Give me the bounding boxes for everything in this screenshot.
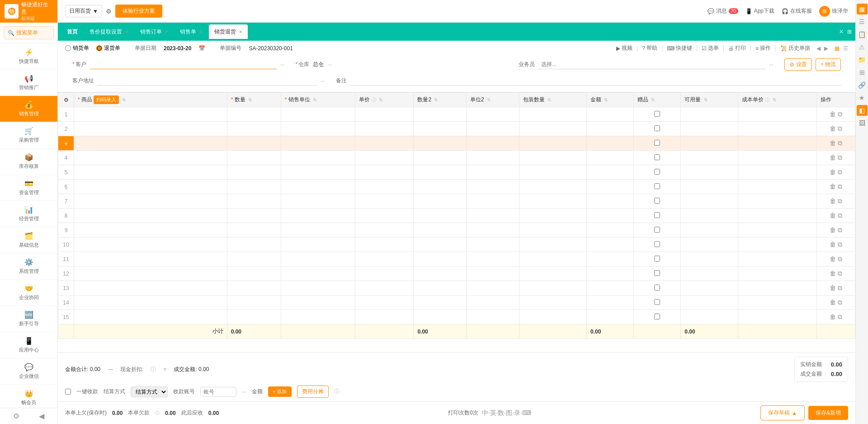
qty2-cell-2[interactable]: [414, 122, 467, 136]
salesperson-input[interactable]: [538, 60, 765, 69]
one-click-checkbox[interactable]: [65, 389, 71, 395]
delete-row-4[interactable]: 🗑: [830, 154, 836, 162]
help-action[interactable]: ? 帮助: [642, 44, 657, 52]
unit2-cell-1[interactable]: [467, 107, 519, 122]
qty2-cell-3[interactable]: [414, 136, 467, 151]
side-panel-icon-5[interactable]: 📁: [857, 54, 868, 65]
expand-tabs-icon[interactable]: ⊞: [847, 29, 852, 35]
radio-sales-bill[interactable]: 销货单: [65, 44, 89, 52]
close-all-tabs-icon[interactable]: ✕: [839, 29, 844, 35]
gift-cell-2[interactable]: [634, 122, 681, 136]
amount-cell-1[interactable]: [587, 107, 634, 122]
copy-row-3[interactable]: ⧉: [838, 139, 842, 147]
radio-sales-bill-input[interactable]: [65, 45, 71, 51]
user-profile[interactable]: 徐 徐泽华: [819, 6, 848, 17]
sort-amount-icon[interactable]: ⇅: [604, 97, 608, 102]
delete-row-5[interactable]: 🗑: [830, 168, 836, 176]
sort-qty2-icon[interactable]: ⇅: [434, 97, 438, 102]
gift-cell-3[interactable]: [634, 136, 681, 151]
delete-row-15[interactable]: 🗑: [830, 313, 836, 321]
operation-action[interactable]: ≡ 操作: [755, 44, 771, 52]
next-icon[interactable]: ▶: [824, 45, 828, 52]
product-cell-3[interactable]: [74, 136, 227, 151]
tab-home[interactable]: 首页: [61, 24, 83, 39]
customer-service-item[interactable]: 🎧 在线客服: [782, 7, 812, 15]
close-tab-sales-bill[interactable]: ✕: [199, 29, 203, 34]
col-settings[interactable]: ⚙: [58, 93, 74, 107]
copy-row-11[interactable]: ⧉: [838, 255, 842, 263]
copy-row-8[interactable]: ⧉: [838, 212, 842, 219]
side-panel-icon-2[interactable]: ☰: [857, 16, 868, 27]
print-action[interactable]: 🖨 打印: [728, 44, 746, 52]
delete-row-11[interactable]: 🗑: [830, 255, 836, 263]
warehouse-dots[interactable]: ···: [327, 62, 332, 68]
copy-row-4[interactable]: ⧉: [838, 154, 842, 162]
summary-method-select[interactable]: 结算方式: [131, 386, 168, 397]
delete-row-2[interactable]: 🗑: [830, 125, 836, 133]
address-dots[interactable]: ···: [321, 78, 325, 84]
account-input[interactable]: [200, 387, 236, 397]
delete-row-9[interactable]: 🗑: [830, 226, 836, 234]
copy-row-2[interactable]: ⧉: [838, 125, 842, 133]
sort-gift-icon[interactable]: ⇅: [651, 97, 655, 102]
price-cell-1[interactable]: [355, 107, 414, 122]
calendar-icon[interactable]: 📅: [198, 45, 205, 52]
barcode-button[interactable]: 扫码录入: [94, 95, 119, 104]
copy-row-10[interactable]: ⧉: [838, 241, 842, 248]
delete-row-7[interactable]: 🗑: [830, 197, 836, 205]
gift-checkbox-1[interactable]: [654, 111, 660, 117]
delete-row-12[interactable]: 🗑: [830, 270, 836, 277]
side-panel-icon-8[interactable]: ★: [857, 92, 868, 103]
history-action[interactable]: 📜 历史单据: [780, 44, 810, 52]
side-panel-icon-4[interactable]: ⚠: [857, 42, 868, 52]
remark-input[interactable]: [350, 76, 841, 86]
save-new-button[interactable]: 保存&新增: [808, 406, 848, 420]
shortcut-action[interactable]: ⌨ 快捷键: [667, 44, 692, 52]
side-panel-icon-3[interactable]: 📋: [857, 29, 868, 40]
copy-row-12[interactable]: ⧉: [838, 270, 842, 277]
tab-sales-return[interactable]: 销货退货 ✕: [209, 24, 248, 39]
address-input[interactable]: [98, 76, 317, 86]
tab-sales-bill[interactable]: 销售单 ✕: [175, 24, 208, 39]
radio-return-bill-input[interactable]: [96, 45, 102, 51]
unit-cell-2[interactable]: [281, 122, 355, 136]
tab-price-setup[interactable]: 售价提取设置 ✕: [84, 24, 134, 39]
sidebar-item-basic[interactable]: 🗂️ 基础信息: [0, 227, 57, 253]
sort-available-icon[interactable]: ⇅: [704, 97, 708, 102]
product-cell-2[interactable]: [74, 122, 227, 136]
delete-row-1[interactable]: 🗑: [830, 110, 836, 118]
unit2-cell-2[interactable]: [467, 122, 519, 136]
sort-unit2-icon[interactable]: ⇅: [487, 97, 491, 102]
sidebar-item-operation[interactable]: 📊 经营管理: [0, 201, 57, 227]
available-cell-1[interactable]: [681, 107, 738, 122]
product-input-1[interactable]: [78, 111, 223, 118]
sort-product-icon[interactable]: ⇅: [122, 97, 126, 102]
sidebar-item-guide[interactable]: 🆕 新手引导: [0, 306, 57, 332]
sort-unit-icon[interactable]: ⇅: [313, 97, 316, 102]
sidebar-item-wechat[interactable]: 💬 企业微信: [0, 358, 57, 385]
sidebar-item-enterprise[interactable]: 🤝 企业协同: [0, 280, 57, 306]
fee-info-icon[interactable]: ⓘ: [334, 388, 340, 395]
pack-cell-2[interactable]: [519, 122, 586, 136]
copy-row-6[interactable]: ⧉: [838, 183, 842, 191]
close-tab-sales-return[interactable]: ✕: [239, 29, 242, 34]
delete-row-14[interactable]: 🗑: [830, 299, 836, 306]
side-panel-icon-10[interactable]: 🖼: [857, 118, 868, 129]
delete-row-13[interactable]: 🗑: [830, 284, 836, 292]
sidebar-item-apps[interactable]: 📱 应用中心: [0, 332, 57, 358]
grid-view-icon[interactable]: ▦: [835, 45, 840, 52]
salesperson-dots[interactable]: ···: [769, 62, 774, 68]
copy-row-5[interactable]: ⧉: [838, 168, 842, 176]
sidebar-item-sales[interactable]: 💰 销售管理: [0, 96, 57, 122]
qty-cell-2[interactable]: [227, 122, 281, 136]
unit-cell-3[interactable]: [281, 136, 355, 151]
tab-sales-order[interactable]: 销售订单 ✕: [135, 24, 174, 39]
add-row-button[interactable]: +: [62, 139, 70, 148]
side-panel-icon-9[interactable]: ◧: [857, 105, 868, 116]
sidebar-item-marketing[interactable]: 📢 营销推广: [0, 70, 57, 96]
prev-icon[interactable]: ◀: [816, 45, 821, 52]
price-cell-2[interactable]: [355, 122, 414, 136]
available-cell-2[interactable]: [681, 122, 738, 136]
copy-row-15[interactable]: ⧉: [838, 313, 842, 321]
cost-cell-1[interactable]: [738, 107, 816, 122]
